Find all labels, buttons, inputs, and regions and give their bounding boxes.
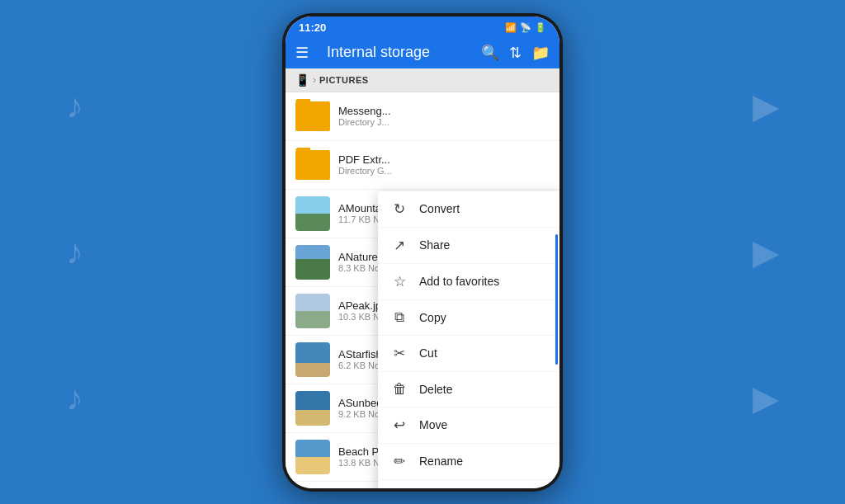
share-icon: ↗ <box>391 237 408 254</box>
folder-thumb-2 <box>295 148 330 182</box>
phone-screen: 11:20 📶 📡 🔋 ☰ Internal storage 🔍 ⇅ 📁 📱 ›… <box>286 16 559 488</box>
menu-item-rename[interactable]: ✏ Rename <box>378 444 559 480</box>
move-icon: ↩ <box>391 417 408 434</box>
status-time: 11:20 <box>299 21 326 34</box>
file-name-2: PDF Extr... <box>338 153 550 166</box>
menu-item-copy[interactable]: ⧉ Copy <box>378 300 559 336</box>
menu-label-move: Move <box>419 418 447 431</box>
menu-label-share: Share <box>419 238 450 252</box>
toolbar-title: Internal storage <box>319 44 438 61</box>
list-item[interactable]: Messeng... Directory J... <box>286 92 559 141</box>
menu-item-move[interactable]: ↩ Move <box>378 407 559 444</box>
folder-add-icon[interactable]: 📁 <box>531 44 550 62</box>
menu-label-delete: Delete <box>419 383 452 396</box>
background-left-icons: ♪ ♪ ♪ <box>66 0 83 504</box>
cut-icon: ✂ <box>391 345 408 362</box>
battery-icon: 🔋 <box>535 22 546 33</box>
search-icon[interactable]: 🔍 <box>481 44 499 62</box>
play-icon-1: ▶ <box>753 86 779 126</box>
menu-label-convert: Convert <box>419 202 460 215</box>
music-note-icon-1: ♪ <box>66 87 83 126</box>
sunbed-thumbnail <box>295 391 330 426</box>
context-menu: ↻ Convert ↗ Share ☆ Add to favorites ⧉ C… <box>378 191 559 488</box>
list-item[interactable]: PDF Extr... Directory G... <box>286 141 559 190</box>
menu-label-cut: Cut <box>419 346 437 360</box>
phone-frame: 11:20 📶 📡 🔋 ☰ Internal storage 🔍 ⇅ 📁 📱 ›… <box>282 13 563 492</box>
menu-item-convert[interactable]: ↻ Convert <box>378 191 559 228</box>
image-thumb-8 <box>295 440 330 474</box>
scroll-indicator <box>555 234 558 365</box>
file-list: Messeng... Directory J... PDF Extr... Di… <box>286 92 559 488</box>
toolbar: ☰ Internal storage 🔍 ⇅ 📁 <box>286 37 559 68</box>
music-note-icon-3: ♪ <box>66 379 83 418</box>
image-thumb-6 <box>295 342 330 377</box>
image-thumb-5 <box>295 294 330 328</box>
menu-label-copy: Copy <box>419 311 446 324</box>
status-icons: 📶 📡 🔋 <box>505 22 546 33</box>
background-right-icons: ▶ ▶ ▶ <box>753 0 779 504</box>
folder-icon-2 <box>295 150 330 180</box>
menu-icon[interactable]: ☰ <box>295 44 309 62</box>
breadcrumb-path: PICTURES <box>319 75 369 85</box>
rename-icon: ✏ <box>391 453 408 470</box>
image-thumb-3 <box>295 196 330 231</box>
music-note-icon-2: ♪ <box>66 233 83 272</box>
menu-label-rename: Rename <box>419 455 463 468</box>
folder-thumb-1 <box>295 99 330 134</box>
peak-thumbnail <box>295 294 330 328</box>
breadcrumb-separator: › <box>313 74 316 86</box>
file-name-1: Messeng... <box>338 105 550 117</box>
file-info-2: PDF Extr... Directory G... <box>338 153 550 176</box>
nature-thumbnail <box>295 245 330 280</box>
mountain-thumbnail <box>295 196 330 231</box>
delete-icon: 🗑 <box>391 381 408 398</box>
breadcrumb: 📱 › PICTURES <box>286 68 559 92</box>
image-thumb-7 <box>295 391 330 426</box>
signal-icon: 📡 <box>520 22 531 33</box>
sort-icon[interactable]: ⇅ <box>509 44 522 62</box>
status-bar: 11:20 📶 📡 🔋 <box>286 16 559 37</box>
menu-item-add-favorites[interactable]: ☆ Add to favorites <box>378 264 559 300</box>
toolbar-action-icons: 🔍 ⇅ 📁 <box>481 44 550 62</box>
favorites-icon: ☆ <box>391 273 408 290</box>
folder-icon-1 <box>295 101 330 131</box>
beach-thumbnail <box>295 440 330 474</box>
file-meta-2: Directory G... <box>338 166 550 176</box>
menu-item-share[interactable]: ↗ Share <box>378 228 559 264</box>
menu-item-delete[interactable]: 🗑 Delete <box>378 372 559 407</box>
copy-icon: ⧉ <box>391 309 408 326</box>
file-meta-1: Directory J... <box>338 117 550 127</box>
menu-item-cut[interactable]: ✂ Cut <box>378 336 559 372</box>
device-icon: 📱 <box>295 73 309 87</box>
menu-item-move-vault[interactable]: 🔒 Move to Vault <box>378 480 559 488</box>
starfish-thumbnail <box>295 342 330 377</box>
wifi-icon: 📶 <box>505 22 517 33</box>
image-thumb-4 <box>295 245 330 280</box>
file-info-1: Messeng... Directory J... <box>338 105 550 127</box>
menu-label-add-favorites: Add to favorites <box>419 275 499 288</box>
convert-icon: ↻ <box>391 200 408 218</box>
play-icon-2: ▶ <box>753 232 779 272</box>
play-icon-3: ▶ <box>753 378 779 418</box>
